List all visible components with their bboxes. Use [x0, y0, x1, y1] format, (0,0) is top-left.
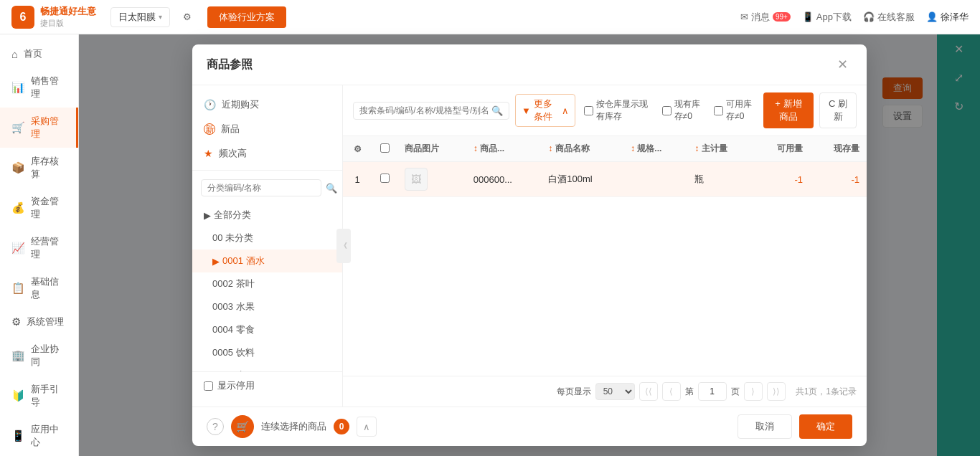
product-panel: 🔍 ▼ 更多条件 ∧ 按仓库显示现有库存: [343, 85, 867, 407]
nav-selector[interactable]: 日太阳膜 ▾: [110, 7, 170, 27]
top-nav: 6 畅捷通好生意 捷目版 日太阳膜 ▾ ⚙ 体验行业方案 ✉ 消息 99+ 📱 …: [0, 0, 980, 34]
sidebar-item-inventory[interactable]: 📦 库存核算: [0, 148, 78, 188]
sidebar-item-guide[interactable]: 🔰 新手引导: [0, 376, 78, 416]
pagination-bar: 每页显示 50 100 200 ⟨⟨ ⟨ 第 页 ⟩: [343, 376, 867, 407]
confirm-button[interactable]: 确定: [799, 414, 852, 439]
table-row[interactable]: 1 🖼: [343, 162, 867, 197]
check-usable[interactable]: [714, 106, 723, 115]
row-code: 000600...: [466, 162, 542, 197]
modal-footer: ? 🛒 连续选择的商品 0 ∧ 取消 确定: [192, 407, 867, 446]
logo-icon: 6: [11, 6, 34, 29]
footer-collapse-button[interactable]: ∧: [357, 417, 377, 437]
cat-new-items[interactable]: 新 新品: [192, 117, 342, 141]
help-button[interactable]: ?: [207, 418, 224, 435]
check-usable-item[interactable]: 可用库存≠0: [714, 98, 758, 123]
check-warehouse-item[interactable]: 按仓库显示现有库存: [584, 98, 654, 123]
sidebar-item-basic[interactable]: 📋 基础信息: [0, 268, 78, 308]
show-disabled-checkbox[interactable]: [204, 381, 213, 391]
col-unit-header[interactable]: ↕ 主计量: [687, 136, 753, 162]
sidebar-item-operations[interactable]: 📈 经营管理: [0, 228, 78, 268]
next-page-button[interactable]: ⟩: [744, 382, 763, 401]
new-product-button[interactable]: + 新增商品: [763, 92, 814, 128]
cart-button[interactable]: 🛒: [231, 415, 254, 438]
cat-0008[interactable]: 0008 水: [192, 364, 342, 371]
cat-collapse-button[interactable]: 《: [336, 229, 351, 263]
system-icon: ⚙: [11, 315, 21, 328]
product-thumbnail: 🖼: [405, 168, 428, 191]
col-check-header[interactable]: [372, 136, 397, 162]
content-area: 查询 设置 ✕ ⤢ ↻ 商品参照 ✕: [79, 34, 980, 456]
product-table: ⚙ 商品图片: [343, 136, 867, 197]
product-search-input[interactable]: [359, 105, 489, 115]
nav-right: ✉ 消息 99+ 📱 App下载 🎧 在线客服 👤 徐泽华: [740, 11, 969, 24]
cat-all[interactable]: ▶ 全部分类: [192, 204, 342, 227]
cat-0004[interactable]: 0004 零食: [192, 318, 342, 341]
modal-header: 商品参照 ✕: [192, 44, 867, 85]
finance-icon: 💰: [11, 201, 25, 214]
new-icon: 新: [204, 123, 215, 135]
category-tree: ▶ 全部分类 00 未分类 ▶ 0001 酒水 0002 茶: [192, 201, 342, 371]
toolbar-right: + 新增商品 C 刷新: [763, 92, 857, 128]
product-search-icon[interactable]: 🔍: [491, 105, 503, 116]
show-disabled-label[interactable]: 显示停用: [217, 379, 255, 392]
page-number-input[interactable]: [698, 382, 727, 401]
prev-page-button[interactable]: ⟨: [662, 382, 681, 401]
operations-icon: 📈: [11, 242, 25, 255]
check-warehouse-label[interactable]: 按仓库显示现有库存: [596, 98, 654, 123]
cat-search-icon[interactable]: 🔍: [326, 183, 337, 194]
first-page-button[interactable]: ⟨⟨: [639, 382, 658, 401]
table-body: 1 🖼: [343, 162, 867, 197]
select-all-checkbox[interactable]: [380, 143, 390, 153]
row-checkbox-cell[interactable]: [372, 162, 397, 197]
messages-badge: 99+: [773, 12, 791, 22]
product-search-box: 🔍: [353, 102, 509, 120]
sidebar-item-enterprise[interactable]: 🏢 企业协同: [0, 336, 78, 376]
cat-00[interactable]: 00 未分类: [192, 227, 342, 250]
cat-all-arrow-icon: ▶: [204, 210, 211, 221]
sort-spec-icon: ↕: [631, 143, 635, 153]
product-modal: 商品参照 ✕ 🕐 近期购买 新 新品: [192, 44, 867, 446]
gear-button[interactable]: ⚙: [176, 6, 199, 29]
row-image-cell: 🖼: [397, 162, 466, 197]
col-spec-header[interactable]: ↕ 规格...: [623, 136, 687, 162]
modal-close-button[interactable]: ✕: [832, 54, 852, 75]
check-available[interactable]: [662, 106, 672, 115]
online-service-button[interactable]: 🎧 在线客服: [863, 11, 915, 24]
refresh-button[interactable]: C 刷新: [819, 92, 857, 128]
app-download-button[interactable]: 📱 App下载: [802, 11, 852, 24]
cancel-button[interactable]: 取消: [738, 414, 792, 439]
check-available-label[interactable]: 现有库存≠0: [674, 98, 706, 123]
sidebar-item-apps[interactable]: 📱 应用中心: [0, 416, 78, 456]
col-settings-header[interactable]: ⚙: [343, 136, 372, 162]
cat-search-area: 🔍: [192, 175, 342, 201]
cat-0003[interactable]: 0003 水果: [192, 295, 342, 318]
col-code-header[interactable]: ↕ 商品...: [466, 136, 542, 162]
table-header-row: ⚙ 商品图片: [343, 136, 867, 162]
col-name-header[interactable]: ↕ 商品名称: [541, 136, 623, 162]
sort-up-icon: ↕: [473, 143, 478, 153]
filter-button[interactable]: ▼ 更多条件 ∧: [515, 94, 575, 127]
check-usable-label[interactable]: 可用库存≠0: [726, 98, 758, 123]
sidebar-item-home[interactable]: ⌂ 首页: [0, 40, 78, 67]
trial-button[interactable]: 体验行业方案: [207, 6, 286, 28]
main-layout: ⌂ 首页 📊 销售管理 🛒 采购管理 📦 库存核算 💰 资金管理 📈 经营管理 …: [0, 34, 980, 456]
messages-button[interactable]: ✉ 消息 99+: [740, 11, 791, 24]
last-page-button[interactable]: ⟩⟩: [767, 382, 786, 401]
product-toolbar: 🔍 ▼ 更多条件 ∧ 按仓库显示现有库存: [343, 85, 867, 136]
filter-collapse-icon: ∧: [562, 105, 569, 116]
cat-search-input[interactable]: [201, 179, 321, 196]
sidebar-item-sales[interactable]: 📊 销售管理: [0, 67, 78, 108]
user-menu[interactable]: 👤 徐泽华: [926, 11, 969, 24]
check-warehouse[interactable]: [584, 106, 593, 115]
row-checkbox[interactable]: [380, 174, 390, 183]
sidebar-item-purchase[interactable]: 🛒 采购管理: [0, 108, 78, 148]
cat-frequent-items[interactable]: ★ 频次高: [192, 141, 342, 166]
check-available-item[interactable]: 现有库存≠0: [662, 98, 706, 123]
cat-recent-purchase[interactable]: 🕐 近期购买: [192, 92, 342, 117]
per-page-select[interactable]: 50 100 200: [595, 383, 635, 400]
cat-0001[interactable]: ▶ 0001 酒水: [192, 250, 342, 272]
sidebar-item-system[interactable]: ⚙ 系统管理: [0, 308, 78, 336]
sidebar-item-finance[interactable]: 💰 资金管理: [0, 188, 78, 228]
cat-0002[interactable]: 0002 茶叶: [192, 272, 342, 295]
cat-0005[interactable]: 0005 饮料: [192, 341, 342, 364]
